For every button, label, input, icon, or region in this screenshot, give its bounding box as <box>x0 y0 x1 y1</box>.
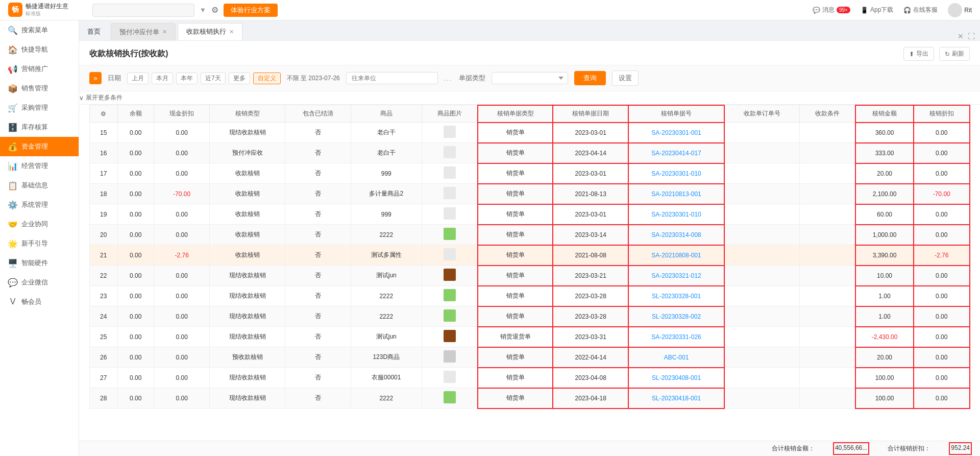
tab-close-all-icon[interactable]: ✕ <box>958 32 964 40</box>
date-btn-this-year[interactable]: 本年 <box>176 73 198 84</box>
logo-text-group: 畅捷通谱好生意 标准版 <box>26 3 68 17</box>
cell-cancel-bill-no[interactable]: SL-20230328-002 <box>628 306 724 327</box>
expand-more-button[interactable]: ∨ 展开更多条件 <box>79 93 122 102</box>
cancel-bill-no-link[interactable]: SA-20210808-001 <box>651 252 701 259</box>
sidebar-label-finance: 资金管理 <box>21 142 48 151</box>
cancel-bill-no-link[interactable]: ABC-001 <box>664 354 689 361</box>
user-item[interactable]: Rit <box>948 3 972 17</box>
cancel-bill-no-link[interactable]: SL-20230328-002 <box>652 313 701 320</box>
filter-expand-button[interactable]: » <box>89 72 102 84</box>
cell-no: 17 <box>90 163 118 184</box>
cell-cancel-bill-date: 2023-04-14 <box>553 143 628 163</box>
cell-receipt-order-no <box>724 204 800 225</box>
date-btn-more[interactable]: 更多 <box>229 73 250 84</box>
cell-balance: 0.00 <box>117 163 154 184</box>
message-item[interactable]: 💬 消息 99+ <box>813 6 850 14</box>
cell-goods: 老白干 <box>351 143 422 163</box>
date-btn-custom[interactable]: 自定义 <box>253 73 281 84</box>
receipt-type-select[interactable] <box>492 72 568 84</box>
query-button[interactable]: 查询 <box>574 71 606 85</box>
cell-cancel-bill-no[interactable]: SL-20230418-001 <box>628 388 724 409</box>
cancel-bill-no-link[interactable]: SL-20230418-001 <box>652 395 701 402</box>
tab-receipt-close[interactable]: ✕ <box>229 29 234 35</box>
sidebar-item-basic[interactable]: 📋 基础信息 <box>0 176 79 195</box>
cell-cancel-bill-no[interactable]: SL-20230328-001 <box>628 286 724 306</box>
cancel-bill-no-link[interactable]: SA-20210813-001 <box>651 190 701 198</box>
tab-home[interactable]: 首页 <box>79 23 109 40</box>
cell-include-settled: 否 <box>285 347 351 368</box>
sidebar-item-member[interactable]: V 畅会员 <box>0 292 79 311</box>
setting-button[interactable]: 设置 <box>612 70 639 86</box>
tab-prepay-close[interactable]: ✕ <box>162 29 167 35</box>
cell-no: 15 <box>90 123 118 143</box>
top-search-input[interactable] <box>92 4 194 17</box>
sidebar-item-system[interactable]: ⚙️ 系统管理 <box>0 195 79 214</box>
cancel-bill-no-link[interactable]: SL-20230408-001 <box>652 374 701 381</box>
cell-goods: 2222 <box>351 225 422 245</box>
cell-cancel-bill-no[interactable]: SA-20230301-010 <box>628 204 724 225</box>
sidebar-item-marketing[interactable]: 📢 营销推广 <box>0 59 79 79</box>
th-settings: ⚙ <box>90 105 118 123</box>
sidebar-item-inventory[interactable]: 🗄️ 库存核算 <box>0 117 79 137</box>
settings-gear-icon[interactable]: ⚙ <box>211 5 218 15</box>
marketing-icon: 📢 <box>8 64 17 74</box>
cell-cancel-bill-type: 销货单 <box>478 143 553 163</box>
cell-cancel-bill-no[interactable]: SA-20230321-012 <box>628 266 724 286</box>
cancel-bill-no-link[interactable]: SA-20230321-012 <box>651 272 701 279</box>
sidebar-item-sales[interactable]: 📦 销售管理 <box>0 79 79 98</box>
cell-cancel-discount: 0.00 <box>914 368 970 388</box>
cell-cancel-amount: 360.00 <box>855 123 914 143</box>
cell-cash-discount: 0.00 <box>154 123 210 143</box>
date-btn-last-month[interactable]: 上月 <box>127 73 149 84</box>
enterprise-icon: 🤝 <box>8 220 17 229</box>
cancel-bill-no-link[interactable]: SA-20230314-008 <box>651 231 701 238</box>
date-btn-7days[interactable]: 近7天 <box>201 73 226 84</box>
cancel-bill-no-link[interactable]: SA-20230331-026 <box>651 333 701 341</box>
tab-prepay[interactable]: 预付冲应付单 ✕ <box>111 23 176 40</box>
service-item[interactable]: 🎧 在线客服 <box>903 6 938 14</box>
sidebar-label-member: 畅会员 <box>21 297 41 306</box>
cell-goods: 测试jun <box>351 327 422 347</box>
cell-cancel-bill-no[interactable]: SA-20230414-017 <box>628 143 724 163</box>
tab-fullscreen-icon[interactable]: ⛶ <box>968 32 975 40</box>
cell-cancel-bill-no[interactable]: ABC-001 <box>628 347 724 368</box>
app-download-item[interactable]: 📱 App下载 <box>861 6 893 14</box>
logo-area: 畅 畅捷通谱好生意 标准版 <box>8 3 87 17</box>
cancel-bill-no-link[interactable]: SA-20230414-017 <box>651 150 701 157</box>
cell-cancel-bill-no[interactable]: SA-20230301-010 <box>628 163 724 184</box>
sidebar-item-operation[interactable]: 📊 经营管理 <box>0 156 79 176</box>
cell-cancel-bill-no[interactable]: SA-20230301-001 <box>628 123 724 143</box>
cancel-bill-no-link[interactable]: SA-20230301-010 <box>651 170 701 177</box>
cell-cancel-type: 现结收款核销 <box>210 368 285 388</box>
cell-cancel-discount: -2.76 <box>914 245 970 266</box>
sidebar-item-finance[interactable]: 💰 资金管理 <box>0 137 79 156</box>
sidebar-label-operation: 经营管理 <box>21 161 48 171</box>
sidebar-item-guide[interactable]: 🌟 新手引导 <box>0 234 79 253</box>
sidebar-item-enterprise[interactable]: 🤝 企业协同 <box>0 214 79 234</box>
search-dropdown-arrow[interactable]: ▼ <box>200 6 206 14</box>
sidebar-item-purchase[interactable]: 🛒 采购管理 <box>0 98 79 117</box>
sidebar-item-quicknav[interactable]: 🏠 快捷导航 <box>0 40 79 59</box>
data-table: ⚙ 余额 现金折扣 核销类型 包含已结清 商品 商品图片 核销单据类型 核销单据… <box>89 105 970 409</box>
refresh-button[interactable]: ↻ 刷新 <box>939 47 970 61</box>
cell-cancel-bill-no[interactable]: SA-20210808-001 <box>628 245 724 266</box>
source-unit-input[interactable] <box>346 72 438 84</box>
cell-goods-img <box>422 123 478 143</box>
cancel-bill-no-link[interactable]: SA-20230301-001 <box>651 129 701 136</box>
date-btn-this-month[interactable]: 本月 <box>152 73 173 84</box>
export-button[interactable]: ⬆ 导出 <box>903 47 934 61</box>
sidebar-item-search[interactable]: 🔍 搜索菜单 <box>0 20 79 40</box>
cell-receipt-order-no <box>724 225 800 245</box>
cell-cancel-bill-no[interactable]: SA-20210813-001 <box>628 184 724 204</box>
industry-button[interactable]: 体验行业方案 <box>224 4 278 17</box>
cancel-bill-no-link[interactable]: SL-20230328-001 <box>652 293 701 300</box>
th-receipt-order-no: 收款单订单号 <box>724 105 800 123</box>
cell-cancel-bill-no[interactable]: SA-20230314-008 <box>628 225 724 245</box>
cell-cancel-bill-no[interactable]: SL-20230408-001 <box>628 368 724 388</box>
sidebar-item-smarthw[interactable]: 🖥️ 智能硬件 <box>0 253 79 273</box>
sidebar-item-wechat[interactable]: 💬 企业微信 <box>0 273 79 292</box>
cancel-bill-no-link[interactable]: SA-20230301-010 <box>651 211 701 218</box>
wechat-icon: 💬 <box>8 278 17 287</box>
tab-receipt-exec[interactable]: 收款核销执行 ✕ <box>178 23 242 40</box>
cell-cancel-bill-no[interactable]: SA-20230331-026 <box>628 327 724 347</box>
